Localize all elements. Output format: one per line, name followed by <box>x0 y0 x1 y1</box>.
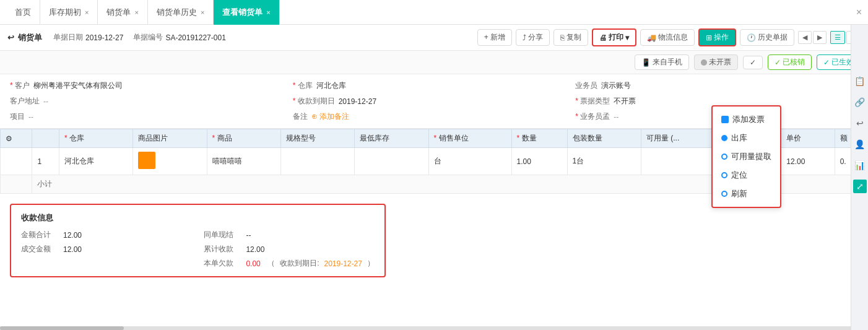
panel-icon-user[interactable]: 👤 <box>853 137 867 151</box>
available-pickup-icon <box>721 154 727 160</box>
col-settings[interactable]: ⚙ <box>1 129 32 148</box>
warehouse-value[interactable]: 河北仓库 <box>316 80 346 91</box>
list-view-button[interactable]: ☰ <box>830 31 845 44</box>
new-button[interactable]: + 新增 <box>477 29 512 46</box>
tab-home[interactable]: 首页 <box>6 0 40 25</box>
panel-icon-return[interactable]: ↩ <box>853 116 867 130</box>
transaction-label: 成交金额 <box>21 244 58 254</box>
row-available <box>641 148 721 175</box>
outbound-dot-icon <box>721 135 727 141</box>
tab-close-sales-history[interactable]: × <box>201 9 204 16</box>
address-value[interactable]: -- <box>43 97 48 106</box>
col-sales-unit: 销售单位 <box>428 129 511 148</box>
outbound-item[interactable]: 出库 <box>713 129 780 147</box>
share-icon: ⤴ <box>523 33 526 42</box>
ticket-type-label: 票据类型 <box>575 96 610 106</box>
truck-icon: 🚚 <box>647 33 656 42</box>
row-pack-qty: 1台 <box>567 148 641 175</box>
col-spec: 规格型号 <box>280 129 354 148</box>
tab-sales-order[interactable]: 销货单 × <box>98 0 147 25</box>
cumulative-label: 累计收款 <box>204 244 241 254</box>
project-value[interactable]: -- <box>28 113 33 121</box>
col-rownum <box>32 129 59 148</box>
logistics-button[interactable]: 🚚 物流信息 <box>640 29 695 46</box>
doc-number-value: SA-20191227-001 <box>165 33 225 42</box>
share-button[interactable]: ⤴ 分享 <box>516 29 550 46</box>
customer-value[interactable]: 柳州粤港平安气体有限公司 <box>33 80 123 91</box>
verified-button[interactable]: ✓ 已核销 <box>768 54 812 70</box>
next-button[interactable]: ▶ <box>813 31 827 44</box>
history-button[interactable]: 🕐 历史单据 <box>740 29 794 46</box>
remark-add[interactable]: ⊕ 添加备注 <box>311 111 349 122</box>
transaction-value: 12.00 <box>63 245 82 254</box>
tab-close-inventory-init[interactable]: × <box>85 9 89 16</box>
operations-button[interactable]: ⊞ 操作 <box>698 28 736 46</box>
col-min-stock: 最低库存 <box>355 129 428 148</box>
doc-date-value: 2019-12-27 <box>85 33 123 42</box>
print-button[interactable]: 🖨 打印 ▾ <box>592 28 636 46</box>
grid-icon: ⊞ <box>706 33 712 42</box>
doc-type-label: 销货单 <box>18 32 42 43</box>
tab-inventory-init[interactable]: 库存期初 × <box>40 0 98 25</box>
phone-icon: 📱 <box>641 58 651 67</box>
panel-icon-chart[interactable]: 📊 <box>853 158 867 172</box>
toolbar-actions: + 新增 ⤴ 分享 ⎘ 复制 🖨 打印 ▾ 🚚 物流信息 ⊞ 操作 <box>477 28 861 46</box>
not-opened-button[interactable]: 未开票 <box>694 54 738 70</box>
nav-arrows: ◀ ▶ <box>798 31 827 44</box>
main-content: ↩ 销货单 单据日期 2019-12-27 单据编号 SA-20191227-0… <box>0 25 868 330</box>
print-dropdown-icon: ▾ <box>625 33 629 42</box>
row-min-stock <box>355 148 428 175</box>
global-close-button[interactable]: × <box>856 7 862 18</box>
balance-value: 0.00 <box>246 259 260 268</box>
salesperson-label: 业务员 <box>575 80 597 91</box>
locate-icon <box>721 172 727 178</box>
doc-type-icon: ↩ <box>7 33 14 42</box>
balance-row: 本单欠款 0.00 （ 收款到期日: 2019-12-27 ） <box>204 258 374 269</box>
row-product[interactable]: 嘻嘻嘻嘻 <box>207 148 280 175</box>
balance-note: （ <box>266 258 275 269</box>
tab-close-sales-order[interactable]: × <box>134 9 138 16</box>
payment-grid: 金额合计 12.00 同单现结 -- 成交金额 12.00 累计收款 12.00 <box>21 230 375 269</box>
close-paren: ） <box>367 258 375 269</box>
panel-icon-link[interactable]: 🔗 <box>853 95 867 109</box>
locate-item[interactable]: 定位 <box>713 166 780 185</box>
panel-icon-expand[interactable]: ⤢ <box>853 180 867 193</box>
row-sales-unit: 台 <box>428 148 511 175</box>
row-quantity: 1.00 <box>511 148 567 175</box>
warehouse-row: 仓库 河北仓库 <box>293 80 576 91</box>
doc-number-label: 单据编号 <box>133 32 163 43</box>
available-pickup-item[interactable]: 可用量提取 <box>713 147 780 166</box>
product-image <box>138 152 155 169</box>
total-label: 金额合计 <box>21 230 58 240</box>
customer-row: 客户 柳州粤港平安气体有限公司 <box>10 80 293 91</box>
scroll-track[interactable] <box>0 326 851 330</box>
remark-row: 备注 ⊕ 添加备注 <box>293 111 576 122</box>
sales-rep-value[interactable]: -- <box>614 113 618 121</box>
refresh-icon <box>721 191 727 197</box>
operations-dropdown: 添加发票 出库 可用量提取 定位 刷新 <box>711 105 781 208</box>
warehouse-label: 仓库 <box>293 80 313 91</box>
ticket-type-value[interactable]: 不开票 <box>614 96 636 106</box>
check-teal-icon: ✓ <box>823 58 830 67</box>
address-row: 客户地址 -- <box>10 96 293 106</box>
check-icon-button[interactable]: ✓ <box>743 56 763 69</box>
add-invoice-item[interactable]: 添加发票 <box>713 110 780 129</box>
same-order-value: -- <box>246 231 251 240</box>
payment-date-label: 收款到期日 <box>293 96 335 106</box>
col-quantity: 数量 <box>511 129 567 148</box>
doc-meta: 单据日期 2019-12-27 单据编号 SA-20191227-001 <box>53 32 472 43</box>
copy-button[interactable]: ⎘ 复制 <box>553 29 588 46</box>
due-date-label: 收款到期日: <box>280 258 319 269</box>
address-label: 客户地址 <box>10 96 40 106</box>
tab-close-view-sales[interactable]: × <box>266 9 270 16</box>
refresh-item[interactable]: 刷新 <box>713 185 780 203</box>
due-date-value: 2019-12-27 <box>324 259 362 268</box>
prev-button[interactable]: ◀ <box>798 31 812 44</box>
tab-view-sales[interactable]: 查看销货单 × <box>214 0 279 25</box>
payment-date-value[interactable]: 2019-12-27 <box>339 97 376 106</box>
payment-box: 收款信息 金额合计 12.00 同单现结 -- 成交金额 12.00 累计收款 … <box>10 204 386 277</box>
panel-icon-clipboard[interactable]: 📋 <box>853 74 867 88</box>
from-phone-button[interactable]: 📱 来自手机 <box>635 54 689 70</box>
tab-sales-history[interactable]: 销货单历史 × <box>148 0 214 25</box>
col-product: 商品 <box>207 129 280 148</box>
